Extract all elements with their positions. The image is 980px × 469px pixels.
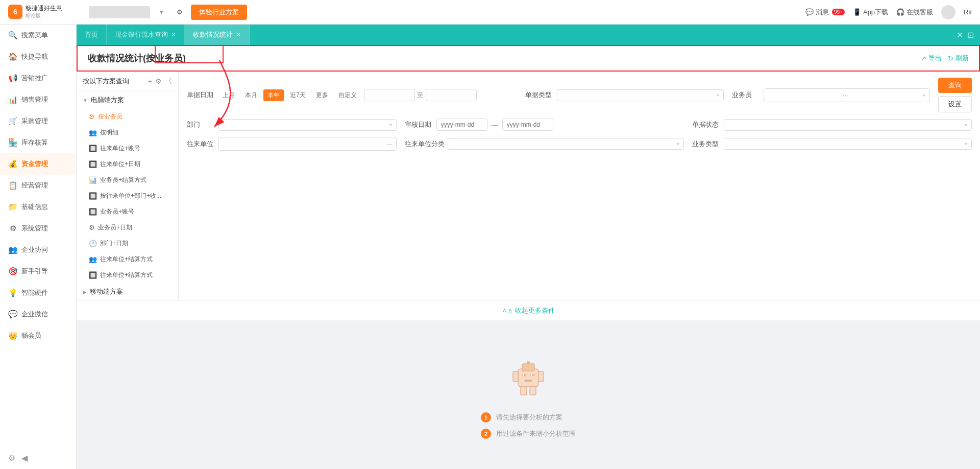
sidebar-item-member[interactable]: 👑 畅会员 xyxy=(0,325,76,346)
salesperson-more-icon[interactable]: ··· xyxy=(843,91,848,99)
sidebar-item-marketing[interactable]: 📢 营销推广 xyxy=(0,67,76,89)
settings-button[interactable]: 设置 xyxy=(938,96,972,112)
date-tab-this-month[interactable]: 本月 xyxy=(241,89,261,101)
user-avatar[interactable] xyxy=(941,5,955,19)
sidebar-item-quicknav[interactable]: 🏠 快捷导航 xyxy=(0,46,76,67)
scheme-item-8[interactable]: 🕐 部门+日期 xyxy=(77,236,178,251)
sidebar-item-operations[interactable]: 📋 经营管理 xyxy=(0,175,76,196)
review-date-end[interactable] xyxy=(502,119,553,131)
collapse-label: 收起更多条件 xyxy=(515,307,555,314)
scheme-item-5[interactable]: 🔲 按往来单位+部门+收... xyxy=(77,188,178,204)
collapse-conditions-btn[interactable]: ∧∧ 收起更多条件 xyxy=(77,300,980,320)
scheme-item-2[interactable]: 🔲 往来单位+账号 xyxy=(77,140,178,156)
svg-point-11 xyxy=(532,374,534,376)
date-start-input[interactable]: 2023-01-01 xyxy=(364,89,415,101)
trial-btn[interactable]: 体验行业方案 xyxy=(191,5,247,20)
scheme-settings-icon[interactable]: ⚙ xyxy=(155,77,162,85)
date-end-input[interactable]: 2023-12-31 xyxy=(426,89,477,101)
svg-rect-7 xyxy=(530,387,536,395)
scheme-item-label-9: 往来单位+结算方式 xyxy=(100,255,153,264)
sidebar-item-hardware[interactable]: 💡 智能硬件 xyxy=(0,282,76,303)
sidebar-item-basic-info[interactable]: 📁 基础信息 xyxy=(0,196,76,218)
message-btn[interactable]: 💬 消息 99+ xyxy=(805,8,845,17)
online-service-btn[interactable]: 🎧 在线客服 xyxy=(896,8,933,17)
business-type-dropdown[interactable]: ▾ xyxy=(724,138,972,150)
sidebar-label-system: 系统管理 xyxy=(21,224,48,233)
nav-settings-btn[interactable]: ⚙ xyxy=(173,5,187,19)
scheme-item-4[interactable]: 📊 业务员+结算方式 xyxy=(77,172,178,188)
scheme-item-icon-2: 🔲 xyxy=(89,145,97,152)
scheme-collapse-icon[interactable]: 《 xyxy=(165,77,172,86)
category-arrow-icon: ▾ xyxy=(717,92,719,98)
counterparty-dropdown[interactable]: ··· xyxy=(218,137,397,151)
doc-status-label: 单据状态 xyxy=(692,120,721,129)
scheme-item-9[interactable]: 👥 往来单位+结算方式 xyxy=(77,251,178,267)
business-type-arrow-icon: ▾ xyxy=(965,141,967,147)
date-tab-this-year[interactable]: 本年 xyxy=(263,89,284,101)
review-date-start[interactable] xyxy=(436,119,487,131)
filter-area: 单据日期 上月 本月 本年 近7天 更多 自定义 2023-01-01 xyxy=(179,72,980,300)
tab-minimize-icon[interactable]: ✕ xyxy=(957,30,963,40)
tab-collection-stats[interactable]: 收款情况统计 ✕ xyxy=(185,25,250,45)
scheme-item-0[interactable]: ⚙ 按业务员 xyxy=(77,109,178,125)
sidebar-item-enterprise[interactable]: 👥 企业协同 xyxy=(0,239,76,261)
filter-doc-status-item: 单据状态 ▾ xyxy=(692,119,972,131)
date-tab-last-month[interactable]: 上月 xyxy=(218,89,239,101)
scheme-item-icon-5: 🔲 xyxy=(89,192,97,200)
scheme-item-label-7: 业务员+日期 xyxy=(98,223,132,232)
query-button[interactable]: 查询 xyxy=(938,78,972,93)
date-tab-custom[interactable]: 自定义 xyxy=(334,89,361,101)
sidebar-item-search[interactable]: 🔍 搜索菜单 xyxy=(0,25,76,46)
nav-dropdown-btn[interactable]: ▾ xyxy=(154,5,168,19)
app-download-btn[interactable]: 📱 App下载 xyxy=(853,8,888,17)
scheme-item-7[interactable]: ⚙ 业务员+日期 xyxy=(77,220,178,236)
sidebar-item-inventory[interactable]: 🏪 库存核算 xyxy=(0,132,76,153)
scheme-item-3[interactable]: 🔲 往来单位+日期 xyxy=(77,156,178,172)
filter-row-3: 往来单位 ··· 往来单位分类 ▾ xyxy=(187,137,972,151)
sidebar-item-purchase[interactable]: 🛒 采购管理 xyxy=(0,110,76,132)
sidebar-collapse-icon[interactable]: ◀ xyxy=(21,453,28,463)
basicinfo-icon: 📁 xyxy=(8,202,17,212)
svg-rect-2 xyxy=(522,364,534,371)
scheme-section-title-mobile[interactable]: ▶ 移动端方案 xyxy=(77,283,178,300)
tab-bank-flow[interactable]: 现金银行流水查询 ✕ xyxy=(107,25,185,45)
sidebar-item-wechat[interactable]: 💬 企业微信 xyxy=(0,303,76,325)
refresh-btn[interactable]: ↻ 刷新 xyxy=(948,54,969,63)
category-dropdown[interactable]: ▾ xyxy=(557,89,723,101)
member-icon: 👑 xyxy=(8,331,17,340)
scheme-item-icon-1: 👥 xyxy=(89,129,97,136)
scheme-section-title-desktop[interactable]: ▼ 电脑端方案 xyxy=(77,91,178,109)
tab-home[interactable]: 首页 xyxy=(77,25,107,45)
logo-text-area: 畅捷通好生意 标准版 xyxy=(26,5,62,19)
counterparty-cat-dropdown[interactable]: ▾ xyxy=(448,138,684,150)
scheme-item-1[interactable]: 👥 按明细 xyxy=(77,125,178,140)
sidebar-item-guide[interactable]: 🎯 新手引导 xyxy=(0,261,76,282)
export-btn[interactable]: ↗ 导出 xyxy=(921,54,942,63)
scheme-item-6[interactable]: 🔲 业务员+账号 xyxy=(77,204,178,220)
date-tab-more[interactable]: 更多 xyxy=(312,89,332,101)
sidebar-label-basicinfo: 基础信息 xyxy=(21,202,48,212)
scheme-item-icon-10: 🔲 xyxy=(89,271,97,279)
svg-rect-6 xyxy=(521,387,527,395)
tab-bank-close[interactable]: ✕ xyxy=(171,31,176,38)
sidebar-item-finance[interactable]: 💰 资金管理 xyxy=(0,153,76,175)
system-icon: ⚙ xyxy=(8,224,17,233)
scheme-item-10[interactable]: 🔲 往来单位+结算方式 xyxy=(77,267,178,283)
user-name[interactable]: Rit xyxy=(964,8,972,16)
tab-collection-close[interactable]: ✕ xyxy=(236,31,241,38)
sidebar-settings-icon[interactable]: ⚙ xyxy=(8,453,15,463)
dept-dropdown[interactable]: ▾ xyxy=(218,119,397,131)
sidebar-item-system[interactable]: ⚙ 系统管理 xyxy=(0,218,76,239)
counterparty-label: 往来单位 xyxy=(187,139,215,149)
tab-maximize-icon[interactable]: ⊡ xyxy=(967,30,974,40)
scheme-add-icon[interactable]: + xyxy=(148,77,152,85)
salesperson-arrow-icon: ▾ xyxy=(923,92,925,98)
sidebar-item-sales[interactable]: 📊 销售管理 xyxy=(0,89,76,110)
scheme-item-label-8: 部门+日期 xyxy=(100,239,128,248)
date-tab-7days[interactable]: 近7天 xyxy=(286,89,310,101)
svg-rect-1 xyxy=(518,369,538,387)
doc-status-dropdown[interactable]: ▾ xyxy=(724,119,972,131)
counterparty-more-icon[interactable]: ··· xyxy=(386,140,392,148)
salesperson-dropdown[interactable]: ··· ▾ xyxy=(764,88,930,102)
sidebar-label-quicknav: 快捷导航 xyxy=(21,52,48,61)
